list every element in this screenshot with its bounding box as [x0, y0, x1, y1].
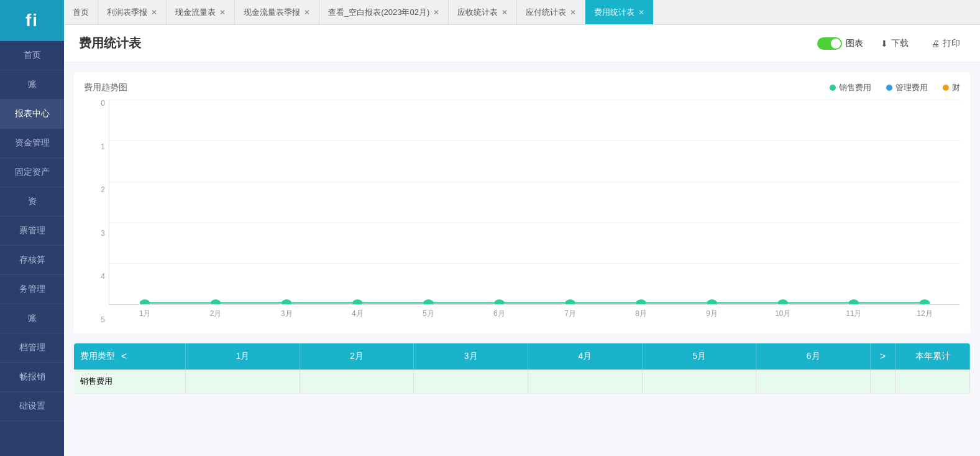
chart-toggle[interactable] [817, 37, 842, 50]
svg-point-7 [636, 299, 646, 304]
legend-label-finance: 财 [952, 82, 960, 93]
chart-svg [109, 100, 960, 304]
th-month-5: 5月 [643, 343, 757, 370]
tab-blank-report[interactable]: 查看_空白报表(2023年02月) ✕ [319, 0, 449, 24]
svg-point-6 [565, 299, 575, 304]
legend-dot-admin [886, 85, 892, 91]
svg-point-3 [352, 299, 362, 304]
sidebar-item-funds[interactable]: 资金管理 [0, 129, 64, 158]
page-header: 费用统计表 图表 ⬇ 下载 🖨 打印 [64, 25, 980, 62]
th-month-2: 2月 [300, 343, 414, 370]
th-next-arrow: > [871, 343, 895, 370]
tab-profit-quarterly[interactable]: 利润表季报 ✕ [98, 0, 167, 24]
svg-point-9 [778, 299, 788, 304]
sidebar-item-services[interactable]: 务管理 [0, 275, 64, 304]
x-label-oct: 10月 [748, 309, 818, 319]
sidebar: fi 首页 账 报表中心 资金管理 固定资产 资 票管理 存核算 务管理 账 档… [0, 0, 64, 456]
sidebar-item-expense[interactable]: 畅报销 [0, 363, 64, 392]
chart-toggle-label: 图表 [846, 38, 863, 49]
td-m3 [414, 370, 528, 393]
td-m5 [643, 370, 757, 393]
x-label-apr: 4月 [322, 309, 393, 319]
y-label-5: 5 [84, 316, 105, 323]
tab-close-blank-report[interactable]: ✕ [433, 9, 439, 16]
td-m6 [756, 370, 871, 393]
svg-point-10 [849, 299, 859, 304]
sidebar-item-account[interactable]: 账 [0, 70, 64, 100]
td-spacer [871, 370, 895, 393]
x-label-may: 5月 [393, 309, 464, 319]
prev-month-arrow[interactable]: < [119, 351, 129, 362]
td-m2 [300, 370, 414, 393]
x-label-aug: 8月 [606, 309, 677, 319]
main-area: 首页 利润表季报 ✕ 现金流量表 ✕ 现金流量表季报 ✕ 查看_空白报表(202… [64, 0, 980, 456]
y-label-4: 4 [84, 272, 105, 280]
tab-cashflow[interactable]: 现金流量表 ✕ [167, 0, 235, 24]
x-label-jun: 6月 [464, 309, 534, 319]
next-month-arrow[interactable]: > [877, 351, 888, 362]
sidebar-item-reports[interactable]: 报表中心 [0, 100, 64, 129]
x-label-mar: 3月 [251, 309, 322, 319]
td-type-sales: 销售费用 [74, 370, 186, 393]
sidebar-item-invoice[interactable]: 票管理 [0, 216, 64, 246]
x-label-dec: 12月 [889, 309, 960, 319]
print-icon: 🖨 [931, 39, 940, 49]
th-month-1: 1月 [186, 343, 300, 370]
svg-point-11 [920, 299, 930, 304]
download-icon: ⬇ [881, 39, 888, 49]
svg-point-1 [211, 299, 221, 304]
chart-title: 费用趋势图 [84, 82, 127, 93]
y-label-3: 3 [84, 230, 105, 237]
td-total [895, 370, 970, 393]
tab-receivable[interactable]: 应收统计表 ✕ [449, 0, 517, 24]
td-m1 [186, 370, 300, 393]
header-actions: 图表 ⬇ 下载 🖨 打印 [817, 35, 965, 52]
sidebar-item-settings[interactable]: 础设置 [0, 392, 64, 421]
download-button[interactable]: ⬇ 下载 [876, 35, 914, 52]
tab-close-receivable[interactable]: ✕ [501, 9, 508, 16]
sidebar-item-home[interactable]: 首页 [0, 41, 64, 70]
th-type: 费用类型 < [74, 343, 186, 370]
legend-label-sales: 销售费用 [839, 82, 871, 93]
x-label-jan: 1月 [109, 309, 180, 319]
td-m4 [528, 370, 643, 393]
tab-close-payable[interactable]: ✕ [570, 9, 576, 16]
y-label-2: 2 [84, 186, 105, 193]
table-section: 费用类型 < 1月 2月 3月 4月 5月 6月 > 本年累计 销售费用 [74, 343, 970, 394]
sidebar-item-assets[interactable]: 固定资产 [0, 158, 64, 187]
svg-point-5 [494, 299, 504, 304]
svg-point-0 [140, 299, 150, 304]
chart-section: 费用趋势图 销售费用 管理费用 财 [74, 72, 970, 333]
table-header: 费用类型 < 1月 2月 3月 4月 5月 6月 > 本年累计 [74, 343, 970, 370]
sidebar-item-resource[interactable]: 资 [0, 187, 64, 216]
tab-home[interactable]: 首页 [64, 0, 98, 24]
sidebar-item-inventory[interactable]: 存核算 [0, 246, 64, 275]
table-row: 销售费用 [74, 370, 970, 394]
sidebar-item-ledger[interactable]: 账 [0, 304, 64, 333]
chart-toggle-wrap: 图表 [817, 37, 863, 50]
th-total: 本年累计 [895, 343, 970, 370]
sidebar-logo: fi [0, 0, 64, 41]
tab-bar: 首页 利润表季报 ✕ 现金流量表 ✕ 现金流量表季报 ✕ 查看_空白报表(202… [64, 0, 980, 25]
y-label-1: 1 [84, 143, 105, 151]
tab-close-cashflow[interactable]: ✕ [219, 9, 226, 16]
svg-point-2 [282, 299, 291, 304]
legend-dot-sales [830, 85, 836, 91]
svg-point-4 [423, 299, 433, 304]
tab-expense-stats[interactable]: 费用统计表 ✕ [585, 0, 654, 24]
sidebar-item-archive[interactable]: 档管理 [0, 333, 64, 363]
tab-close-expense-stats[interactable]: ✕ [638, 9, 644, 16]
print-button[interactable]: 🖨 打印 [926, 35, 965, 52]
x-label-feb: 2月 [180, 309, 251, 319]
th-month-3: 3月 [414, 343, 528, 370]
tab-payable[interactable]: 应付统计表 ✕ [517, 0, 585, 24]
chart-inner: 1月 2月 3月 4月 5月 6月 7月 8月 9月 10月 11月 12月 [109, 100, 960, 305]
th-month-4: 4月 [528, 343, 643, 370]
chart-legend: 销售费用 管理费用 财 [830, 82, 960, 93]
legend-finance: 财 [943, 82, 960, 93]
th-month-6: 6月 [756, 343, 871, 370]
tab-close-profit-quarterly[interactable]: ✕ [151, 9, 157, 16]
x-axis: 1月 2月 3月 4月 5月 6月 7月 8月 9月 10月 11月 12月 [109, 309, 960, 319]
tab-close-cashflow-quarterly[interactable]: ✕ [304, 9, 310, 16]
tab-cashflow-quarterly[interactable]: 现金流量表季报 ✕ [235, 0, 319, 24]
